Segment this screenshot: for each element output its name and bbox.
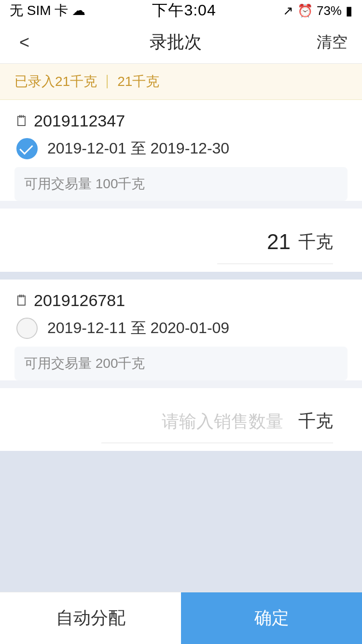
bottom-bar: 自动分配 确定 bbox=[0, 592, 362, 644]
batch2-input-row[interactable]: 千克 bbox=[14, 400, 348, 443]
batch1-quantity-unit: 千克 bbox=[298, 230, 333, 254]
batch2-id: 2019126781 bbox=[34, 291, 125, 310]
nav-bar: < 录批次 清空 bbox=[0, 21, 362, 64]
batch2-qty-input[interactable] bbox=[122, 411, 291, 432]
auto-distribute-button[interactable]: 自动分配 bbox=[0, 592, 181, 644]
section-separator bbox=[0, 272, 362, 280]
battery-text: 73% bbox=[317, 3, 342, 18]
batch1-avail-text: 可用交易量 100千克 bbox=[24, 176, 145, 191]
status-time: 下午3:04 bbox=[152, 0, 216, 21]
batch1-quantity-value: 21 bbox=[267, 230, 291, 254]
main-content: 已录入21千克 21千克 🗒 2019112347 2019-12-01 至 2… bbox=[0, 64, 362, 644]
status-bar: 无 SIM 卡 ☁ 下午3:04 ↗ ⏰ 73% ▮ bbox=[0, 0, 362, 21]
batch2-avail-text: 可用交易量 200千克 bbox=[24, 356, 145, 371]
batch1-quantity-row: 21 千克 bbox=[14, 220, 348, 264]
batch1-avail-box: 可用交易量 100千克 bbox=[14, 167, 348, 201]
info-bar: 已录入21千克 21千克 bbox=[0, 64, 362, 100]
status-right: ↗ ⏰ 73% ▮ bbox=[283, 3, 352, 18]
batch1-id: 2019112347 bbox=[34, 112, 125, 130]
recorded-value: 21千克 bbox=[117, 72, 159, 91]
batch2-input-unit: 千克 bbox=[298, 409, 333, 433]
batch2-input-container: 千克 bbox=[0, 388, 362, 443]
alarm-icon: ⏰ bbox=[297, 3, 313, 18]
batch2-date-row[interactable]: 2019-12-11 至 2020-01-09 bbox=[14, 318, 348, 339]
batch2-header: 🗒 2019126781 bbox=[14, 291, 348, 310]
confirm-button[interactable]: 确定 bbox=[181, 592, 362, 644]
batch1-date: 2019-12-01 至 2019-12-30 bbox=[47, 138, 229, 159]
nav-title: 录批次 bbox=[150, 30, 202, 54]
batch1-doc-icon: 🗒 bbox=[14, 113, 29, 129]
batch1-date-row[interactable]: 2019-12-01 至 2019-12-30 bbox=[14, 138, 348, 159]
batch1-header: 🗒 2019112347 bbox=[14, 112, 348, 130]
batch-item-2: 🗒 2019126781 2019-12-11 至 2020-01-09 可用交… bbox=[0, 280, 362, 380]
spacer2 bbox=[0, 443, 362, 451]
status-left: 无 SIM 卡 ☁ bbox=[10, 1, 85, 20]
batch-item-1: 🗒 2019112347 2019-12-01 至 2019-12-30 可用交… bbox=[0, 100, 362, 201]
batch1-quantity-container: 21 千克 bbox=[0, 209, 362, 264]
batch2-avail-box: 可用交易量 200千克 bbox=[14, 347, 348, 380]
info-divider bbox=[107, 75, 108, 88]
clear-button[interactable]: 清空 bbox=[317, 32, 348, 53]
battery-icon: ▮ bbox=[346, 3, 352, 18]
sim-text: 无 SIM 卡 ☁ bbox=[10, 1, 85, 20]
batch2-doc-icon: 🗒 bbox=[14, 293, 29, 309]
location-icon: ↗ bbox=[283, 3, 293, 18]
batch2-date: 2019-12-11 至 2020-01-09 bbox=[47, 318, 229, 339]
recorded-label: 已录入21千克 bbox=[14, 72, 97, 91]
back-button[interactable]: < bbox=[14, 28, 34, 57]
batch2-radio[interactable] bbox=[16, 318, 38, 339]
batch1-radio[interactable] bbox=[16, 138, 38, 159]
spacer1 bbox=[0, 264, 362, 272]
